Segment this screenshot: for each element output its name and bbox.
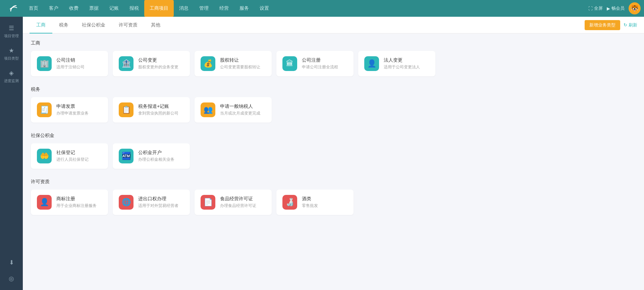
sidebar: ☰项目管理★项目类型◈进度监测⬇◎ <box>0 17 23 290</box>
tab-许可资质[interactable]: 许可资质 <box>112 17 144 33</box>
service-card-公司变更[interactable]: 🏦 公司变更 股权变更外的业务变更 <box>113 51 190 76</box>
tab-税务[interactable]: 税务 <box>52 17 75 33</box>
service-card-税务报道+记账[interactable]: 📋 税务报道+记账 拿到营业执照的新公司 <box>113 97 190 123</box>
sidebar-icon: ☰ <box>7 24 15 32</box>
nav-item-记账[interactable]: 记账 <box>104 0 124 17</box>
card-text: 申请发票 办理申请发票业务 <box>56 103 89 116</box>
section-title-税务: 税务 <box>31 86 636 92</box>
card-text: 公司注销 适用于注销公司 <box>56 57 85 70</box>
sidebar-bottom-item[interactable]: ⬇ <box>0 255 23 271</box>
nav-item-经营[interactable]: 经营 <box>214 0 234 17</box>
scroll-content[interactable]: 工商 🏢 公司注销 适用于注销公司 🏦 公司变更 股权变更外的业务变更 💰 股权… <box>23 33 644 290</box>
section-title-许可资质: 许可资质 <box>31 179 636 185</box>
new-type-button[interactable]: 新增业务类型 <box>585 20 620 30</box>
tab-bar: 工商税务社保公积金许可资质其他 新增业务类型 ↻ 刷新 <box>23 17 644 33</box>
tab-社保公积金[interactable]: 社保公积金 <box>75 17 112 33</box>
card-text: 进出口权办理 适用于对外贸易经营者 <box>138 196 178 209</box>
card-name: 商标注册 <box>56 196 97 202</box>
card-desc: 适用于对外贸易经营者 <box>138 203 178 209</box>
nav-item-消息[interactable]: 消息 <box>174 0 194 17</box>
top-nav: 首页客户收费票据记账报税工商项目消息管理经营服务设置 ⛶ 全屏 ▶ 畅会员 🐯 <box>0 0 644 17</box>
tabs-container: 工商税务社保公积金许可资质其他 <box>30 17 167 33</box>
card-name: 申请发票 <box>56 103 89 110</box>
service-card-社保登记[interactable]: 🤲 社保登记 进行人员社保登记 <box>31 143 108 169</box>
card-name: 税务报道+记账 <box>138 103 178 110</box>
card-desc: 拿到营业执照的新公司 <box>138 111 178 116</box>
nav-item-客户[interactable]: 客户 <box>44 0 64 17</box>
sidebar-bottom-icon: ⬇ <box>7 259 15 267</box>
nav-item-服务[interactable]: 服务 <box>234 0 254 17</box>
nav-item-首页[interactable]: 首页 <box>23 0 44 17</box>
nav-item-报税[interactable]: 报税 <box>124 0 144 17</box>
nav-item-管理[interactable]: 管理 <box>194 0 214 17</box>
card-icon: 🏧 <box>119 149 133 163</box>
sidebar-icon: ◈ <box>7 69 15 77</box>
sidebar-item-项目管理[interactable]: ☰项目管理 <box>0 20 23 43</box>
refresh-label: 刷新 <box>629 22 637 28</box>
nav-right: ⛶ 全屏 ▶ 畅会员 🐯 <box>588 2 641 14</box>
card-icon: 🌐 <box>119 195 133 210</box>
card-desc: 零售批发 <box>302 203 318 209</box>
service-card-申请发票[interactable]: 🧾 申请发票 办理申请发票业务 <box>31 97 108 123</box>
service-card-酒类[interactable]: 🍶 酒类 零售批发 <box>276 190 354 215</box>
member-icon: ▶ <box>607 6 610 11</box>
card-icon: 👤 <box>37 195 52 210</box>
nav-item-票据[interactable]: 票据 <box>84 0 104 17</box>
logo <box>3 3 23 14</box>
card-desc: 办理食品经营许可证 <box>220 203 256 209</box>
card-desc: 当月或次月成变更完成 <box>220 111 260 116</box>
card-icon: 🏦 <box>119 56 133 71</box>
nav-item-收费[interactable]: 收费 <box>64 0 84 17</box>
card-name: 股权转让 <box>220 57 260 63</box>
refresh-button[interactable]: ↻ 刷新 <box>624 22 637 28</box>
service-card-公司注册[interactable]: 🏛 公司注册 申请公司注册全流程 <box>276 51 354 76</box>
nav-item-工商项目[interactable]: 工商项目 <box>144 0 174 17</box>
sidebar-icon: ★ <box>7 47 15 55</box>
card-name: 公司变更 <box>138 57 178 63</box>
card-text: 社保登记 进行人员社保登记 <box>56 150 89 162</box>
card-name: 公司注销 <box>56 57 85 63</box>
card-text: 公积金开户 办理公积金相关业务 <box>138 150 174 162</box>
card-desc: 用于企业商标注册服务 <box>56 203 97 209</box>
sidebar-label: 进度监测 <box>4 78 19 83</box>
sidebar-bottom-icon: ◎ <box>7 275 15 283</box>
service-card-法人变更[interactable]: 👤 法人变更 适用于公司变更法人 <box>358 51 435 76</box>
sidebar-bottom-item[interactable]: ◎ <box>0 271 23 287</box>
card-text: 法人变更 适用于公司变更法人 <box>384 57 420 70</box>
section-title-社保公积金: 社保公积金 <box>31 133 636 139</box>
nav-item-设置[interactable]: 设置 <box>254 0 274 17</box>
nav-items: 首页客户收费票据记账报税工商项目消息管理经营服务设置 <box>23 0 588 17</box>
card-text: 商标注册 用于企业商标注册服务 <box>56 196 97 209</box>
fullscreen-label: 全屏 <box>594 5 603 11</box>
service-card-申请一般纳税人[interactable]: 👥 申请一般纳税人 当月或次月成变更完成 <box>195 97 272 123</box>
sidebar-label: 项目类型 <box>4 56 19 61</box>
sidebar-item-进度监测[interactable]: ◈进度监测 <box>0 65 23 87</box>
card-icon: 🏛 <box>282 56 297 71</box>
card-name: 进出口权办理 <box>138 196 178 202</box>
card-name: 酒类 <box>302 196 318 202</box>
card-text: 公司注册 申请公司注册全流程 <box>302 57 338 70</box>
service-card-商标注册[interactable]: 👤 商标注册 用于企业商标注册服务 <box>31 190 108 215</box>
fullscreen-btn[interactable]: ⛶ 全屏 <box>588 5 603 11</box>
card-text: 公司变更 股权变更外的业务变更 <box>138 57 178 70</box>
tab-其他[interactable]: 其他 <box>144 17 167 33</box>
card-text: 食品经营许可证 办理食品经营许可证 <box>220 196 256 209</box>
member-btn[interactable]: ▶ 畅会员 <box>607 5 625 11</box>
sidebar-item-项目类型[interactable]: ★项目类型 <box>0 43 23 65</box>
service-card-公积金开户[interactable]: 🏧 公积金开户 办理公积金相关业务 <box>113 143 190 169</box>
card-icon: 📄 <box>201 195 215 210</box>
card-icon: 👥 <box>201 102 215 117</box>
card-text: 申请一般纳税人 当月或次月成变更完成 <box>220 103 260 116</box>
tab-工商[interactable]: 工商 <box>30 17 52 33</box>
service-card-进出口权办理[interactable]: 🌐 进出口权办理 适用于对外贸易经营者 <box>113 190 190 215</box>
cards-grid-社保公积金: 🤲 社保登记 进行人员社保登记 🏧 公积金开户 办理公积金相关业务 <box>31 143 636 169</box>
card-text: 酒类 零售批发 <box>302 196 318 209</box>
service-card-股权转让[interactable]: 💰 股权转让 公司变更需要股权转让 <box>195 51 272 76</box>
card-icon: 🏢 <box>37 56 52 71</box>
mascot-avatar: 🐯 <box>629 2 641 14</box>
card-name: 公司注册 <box>302 57 338 63</box>
service-card-食品经营许可证[interactable]: 📄 食品经营许可证 办理食品经营许可证 <box>195 190 272 215</box>
card-desc: 股权变更外的业务变更 <box>138 64 178 70</box>
service-card-公司注销[interactable]: 🏢 公司注销 适用于注销公司 <box>31 51 108 76</box>
cards-grid-工商: 🏢 公司注销 适用于注销公司 🏦 公司变更 股权变更外的业务变更 💰 股权转让 … <box>31 51 636 76</box>
